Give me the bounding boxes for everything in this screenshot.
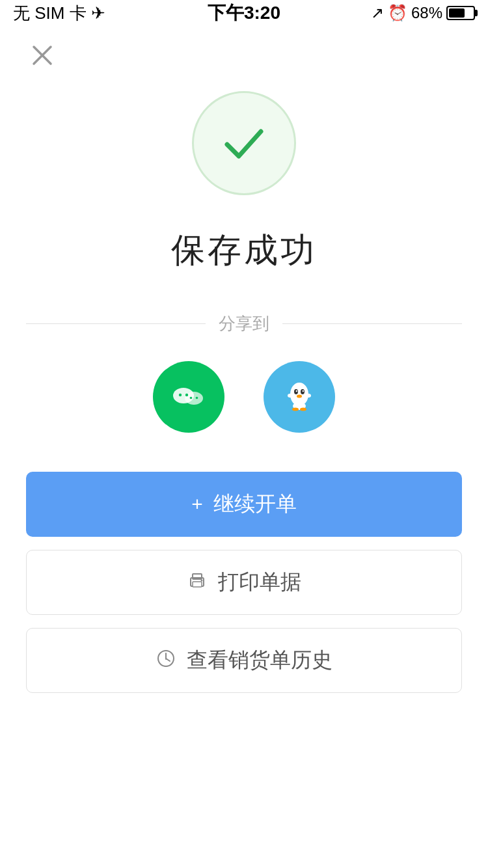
svg-rect-20 xyxy=(193,582,202,587)
view-history-label: 查看销货单历史 xyxy=(187,646,332,675)
location-icon: ↗ xyxy=(371,4,384,22)
divider-left xyxy=(26,323,206,324)
svg-point-10 xyxy=(294,389,298,394)
share-divider-row: 分享到 xyxy=(26,312,462,335)
alarm-icon: ⏰ xyxy=(388,4,407,22)
svg-point-13 xyxy=(303,390,304,392)
close-icon xyxy=(31,44,53,66)
svg-point-22 xyxy=(201,579,203,581)
printer-icon xyxy=(187,570,208,595)
wechat-icon xyxy=(168,376,210,418)
print-receipt-label: 打印单据 xyxy=(218,568,301,597)
svg-point-18 xyxy=(300,408,306,411)
success-circle xyxy=(192,91,296,195)
status-bar: 无 SIM 卡 ✈ 下午3:20 ↗ ⏰ 68% xyxy=(0,0,488,26)
status-right: ↗ ⏰ 68% xyxy=(371,4,475,22)
svg-line-25 xyxy=(166,658,170,661)
svg-point-3 xyxy=(185,392,203,405)
svg-point-14 xyxy=(297,395,302,398)
wechat-share-button[interactable] xyxy=(153,361,224,433)
qq-icon xyxy=(278,376,320,418)
divider-right xyxy=(282,323,462,324)
svg-point-12 xyxy=(296,390,297,392)
close-button[interactable] xyxy=(26,39,59,72)
svg-point-7 xyxy=(196,397,198,400)
qq-share-button[interactable] xyxy=(264,361,335,433)
actions-section: + 继续开单 打印单据 xyxy=(26,472,462,693)
battery-percent: 68% xyxy=(411,4,442,22)
share-section: 分享到 xyxy=(26,312,462,433)
svg-point-6 xyxy=(190,397,193,400)
share-icons-row xyxy=(153,361,335,433)
svg-point-15 xyxy=(288,394,293,398)
battery-icon xyxy=(446,6,475,20)
status-time: 下午3:20 xyxy=(208,1,280,25)
continue-order-label: 继续开单 xyxy=(213,490,297,519)
sim-status: 无 SIM 卡 ✈ xyxy=(13,2,105,25)
clock-icon xyxy=(156,648,176,673)
svg-point-16 xyxy=(306,394,311,398)
print-receipt-button[interactable]: 打印单据 xyxy=(26,550,462,615)
continue-order-button[interactable]: + 继续开单 xyxy=(26,472,462,537)
svg-point-4 xyxy=(179,394,182,396)
view-history-button[interactable]: 查看销货单历史 xyxy=(26,628,462,693)
svg-point-17 xyxy=(292,408,299,411)
success-title: 保存成功 xyxy=(171,228,317,273)
status-left: 无 SIM 卡 ✈ xyxy=(13,2,105,25)
plus-icon: + xyxy=(191,493,203,515)
checkmark-icon xyxy=(218,117,270,169)
share-label: 分享到 xyxy=(219,312,269,335)
main-content: 保存成功 分享到 xyxy=(0,26,488,868)
svg-point-5 xyxy=(185,394,188,396)
svg-point-11 xyxy=(301,389,305,394)
